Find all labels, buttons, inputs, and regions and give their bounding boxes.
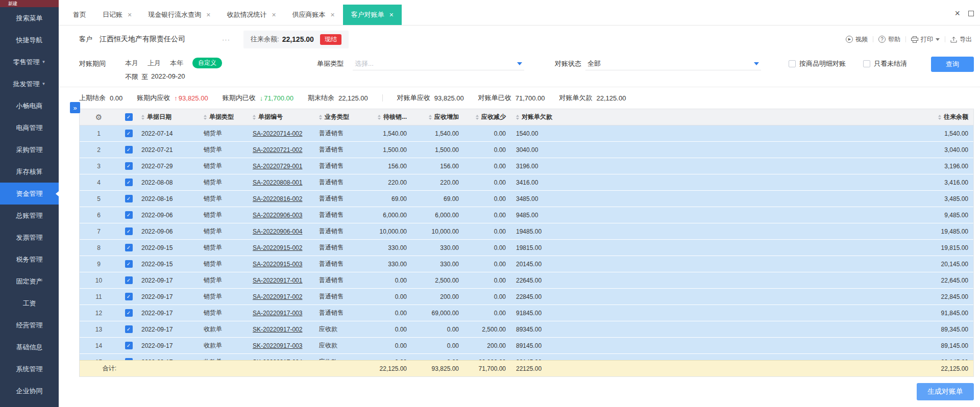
- document-link[interactable]: SK-20220917-004: [253, 359, 302, 361]
- row-checkbox[interactable]: [125, 325, 133, 333]
- row-checkbox[interactable]: [125, 293, 133, 300]
- expand-panel-button[interactable]: [70, 102, 80, 113]
- row-checkbox[interactable]: [125, 195, 133, 202]
- document-link[interactable]: SA-20220915-003: [253, 261, 302, 268]
- column-header-owed[interactable]: 对账单欠款: [511, 109, 578, 125]
- column-header-date[interactable]: 单据日期: [139, 109, 204, 125]
- export-button[interactable]: 导出: [950, 35, 972, 44]
- period-start-field[interactable]: 不限: [125, 72, 138, 82]
- row-checkbox[interactable]: [125, 146, 133, 154]
- row-checkbox[interactable]: [125, 342, 133, 349]
- table-row[interactable]: 2 2022-07-21 销货单 SA-20220721-002 普通销售 1,…: [80, 142, 973, 158]
- document-link[interactable]: SA-20220906-003: [253, 212, 302, 219]
- table-row[interactable]: 15 2022-09-17 收款单 SK-20220917-004 应收款 0.…: [80, 354, 973, 360]
- table-row[interactable]: 11 2022-09-17 销货单 SA-20220917-002 普通销售 0…: [80, 289, 973, 305]
- sidebar-item[interactable]: 搜索菜单: [0, 7, 59, 29]
- customer-field[interactable]: 江西恒天地产有限责任公司: [100, 35, 222, 44]
- sidebar-item[interactable]: 经营管理: [0, 314, 59, 336]
- sidebar-item[interactable]: 系统管理: [0, 358, 59, 380]
- gear-icon[interactable]: [95, 113, 102, 122]
- sidebar-item[interactable]: 资金管理: [0, 183, 59, 205]
- more-icon[interactable]: [222, 35, 230, 44]
- sidebar-item[interactable]: 总账管理: [0, 205, 59, 226]
- table-row[interactable]: 10 2022-09-17 销货单 SA-20220917-001 普通销售 0…: [80, 272, 973, 289]
- document-link[interactable]: SA-20220917-001: [253, 277, 302, 284]
- document-link[interactable]: SA-20220915-002: [253, 244, 302, 251]
- tab[interactable]: 日记账: [94, 5, 140, 25]
- table-row[interactable]: 6 2022-09-06 销货单 SA-20220906-003 普通销售 6,…: [80, 207, 973, 223]
- tab-close-icon[interactable]: [331, 11, 335, 19]
- unsettled-only-checkbox[interactable]: 只看未结清: [863, 59, 907, 68]
- table-row[interactable]: 5 2022-08-16 销货单 SA-20220816-002 普通销售 69…: [80, 191, 973, 207]
- document-link[interactable]: SA-20220808-001: [253, 179, 302, 186]
- sidebar-item[interactable]: 批发管理: [0, 73, 59, 95]
- status-select[interactable]: 全部: [585, 57, 761, 70]
- document-link[interactable]: SA-20220917-002: [253, 293, 302, 300]
- document-link[interactable]: SK-20220917-002: [253, 326, 302, 333]
- tab[interactable]: 客户对账单: [343, 5, 402, 25]
- column-header-decrease[interactable]: 应收减少: [464, 109, 511, 125]
- column-header-business[interactable]: 业务类型: [319, 109, 361, 125]
- row-checkbox[interactable]: [125, 358, 133, 360]
- document-link[interactable]: SK-20220917-003: [253, 342, 302, 349]
- sidebar-item[interactable]: 零售管理: [0, 51, 59, 73]
- table-row[interactable]: 12 2022-09-17 销货单 SA-20220917-003 普通销售 0…: [80, 305, 973, 321]
- tab-close-icon[interactable]: [272, 11, 276, 19]
- sidebar-item[interactable]: 发票管理: [0, 226, 59, 248]
- period-custom-button[interactable]: 自定义: [192, 58, 222, 68]
- sidebar-item[interactable]: 小畅电商: [0, 95, 59, 117]
- sidebar-item[interactable]: 税务管理: [0, 248, 59, 270]
- row-checkbox[interactable]: [125, 276, 133, 284]
- sidebar-item[interactable]: 企业协同: [0, 380, 59, 402]
- row-checkbox[interactable]: [125, 227, 133, 235]
- table-row[interactable]: 1 2022-07-14 销货单 SA-20220714-002 普通销售 1,…: [80, 125, 973, 142]
- row-checkbox[interactable]: [125, 162, 133, 170]
- table-row[interactable]: 7 2022-09-06 销货单 SA-20220906-004 普通销售 10…: [80, 223, 973, 240]
- period-option[interactable]: 本月: [125, 59, 138, 68]
- sidebar-item[interactable]: 快捷导航: [0, 29, 59, 51]
- column-header-balance[interactable]: 往来余额: [916, 109, 973, 125]
- column-header-type[interactable]: 单据类型: [204, 109, 253, 125]
- document-link[interactable]: SA-20220917-003: [253, 310, 302, 317]
- document-link[interactable]: SA-20220729-001: [253, 163, 302, 170]
- document-link[interactable]: SA-20220721-002: [253, 146, 302, 154]
- column-header-pending[interactable]: 待核销...: [361, 109, 412, 125]
- table-row[interactable]: 13 2022-09-17 收款单 SK-20220917-002 应收款 0.…: [80, 321, 973, 338]
- row-checkbox[interactable]: [125, 179, 133, 186]
- select-all-checkbox[interactable]: [125, 113, 133, 121]
- tab-close-icon[interactable]: [389, 11, 394, 19]
- period-option[interactable]: 本年: [170, 59, 183, 68]
- column-header-increase[interactable]: 应收增加: [412, 109, 464, 125]
- sidebar-item[interactable]: 固定资产: [0, 270, 59, 292]
- row-checkbox[interactable]: [125, 260, 133, 268]
- tab[interactable]: 首页: [65, 5, 94, 25]
- period-option[interactable]: 上月: [148, 59, 161, 68]
- table-row[interactable]: 8 2022-09-15 销货单 SA-20220915-002 普通销售 33…: [80, 240, 973, 256]
- print-button[interactable]: 打印: [911, 35, 940, 44]
- doc-type-select[interactable]: 选择...: [353, 57, 524, 70]
- document-link[interactable]: SA-20220816-002: [253, 195, 302, 202]
- table-row[interactable]: 3 2022-07-29 销货单 SA-20220729-001 普通销售 15…: [80, 158, 973, 174]
- sidebar-item[interactable]: 采购管理: [0, 139, 59, 161]
- tab-close-icon[interactable]: [206, 11, 210, 19]
- table-row[interactable]: 4 2022-08-08 销货单 SA-20220808-001 普通销售 22…: [80, 174, 973, 191]
- row-checkbox[interactable]: [125, 211, 133, 219]
- video-button[interactable]: 视频: [846, 35, 868, 44]
- close-icon[interactable]: [954, 8, 960, 19]
- sidebar-item[interactable]: 电商管理: [0, 117, 59, 139]
- row-checkbox[interactable]: [125, 244, 133, 251]
- document-link[interactable]: SA-20220714-002: [253, 130, 302, 137]
- fullscreen-icon[interactable]: [968, 11, 974, 16]
- sidebar-item[interactable]: 库存核算: [0, 161, 59, 183]
- query-button[interactable]: 查询: [931, 57, 974, 72]
- document-link[interactable]: SA-20220906-004: [253, 228, 302, 235]
- table-row[interactable]: 14 2022-09-17 收款单 SK-20220917-003 应收款 0.…: [80, 338, 973, 354]
- tab[interactable]: 供应商账本: [284, 5, 343, 25]
- sidebar-item[interactable]: 工资: [0, 292, 59, 314]
- sidebar-item[interactable]: 基础信息: [0, 336, 59, 358]
- column-header-number[interactable]: 单据编号: [253, 109, 319, 125]
- tab[interactable]: 收款情况统计: [218, 5, 284, 25]
- row-checkbox[interactable]: [125, 130, 133, 137]
- row-checkbox[interactable]: [125, 309, 133, 317]
- period-end-date-field[interactable]: 2022-09-20: [151, 72, 185, 82]
